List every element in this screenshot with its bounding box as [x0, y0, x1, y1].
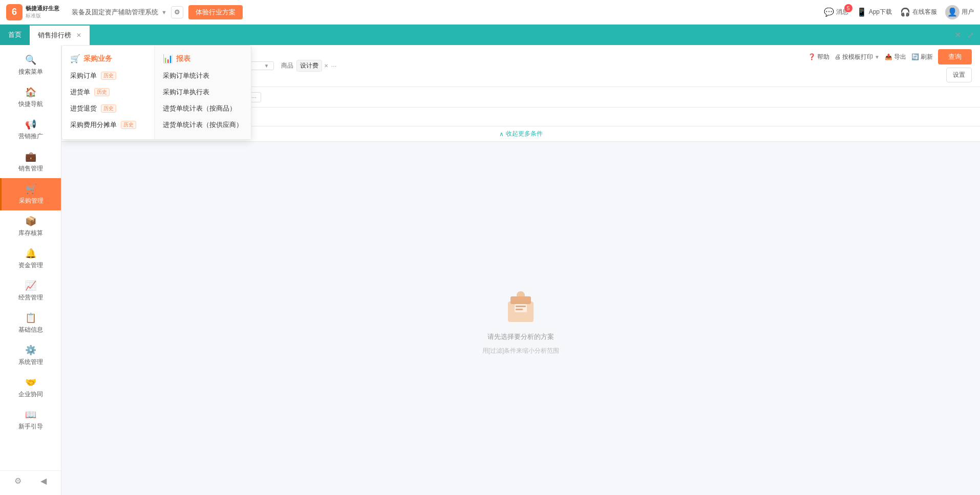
dropdown-purchase-business: 🛒 采购业务 采购订单 历史 进货单 历史 进货退货 历史 采购费用分摊单	[62, 46, 154, 139]
empty-illustration	[495, 286, 546, 327]
dropdown-item-po-summary[interactable]: 采购订单统计表	[155, 68, 251, 84]
logo-text: 畅捷通好生意 标准版	[26, 5, 59, 19]
tab-bar: 首页 销售排行榜 ✕ ✕ ⤢	[0, 25, 980, 45]
history-badge-3: 历史	[121, 121, 136, 129]
basic-icon: 📋	[25, 312, 36, 324]
industry-solution-button[interactable]: 体验行业方案	[188, 5, 243, 19]
collapse-label: 收起更多条件	[506, 130, 543, 138]
message-badge: 5	[844, 4, 853, 12]
content-area: 🛒 采购业务 采购订单 历史 进货单 历史 进货退货 历史 采购费用分摊单	[61, 45, 980, 495]
window-controls: ✕ ⤢	[952, 30, 980, 40]
export-button[interactable]: 📤 导出	[885, 53, 906, 61]
export-icon: 📤	[885, 53, 892, 60]
sidebar-item-guide[interactable]: 📖 新手引导	[0, 404, 61, 436]
logo-icon: 6	[6, 4, 23, 20]
svg-rect-4	[516, 306, 526, 307]
goods-more-dots[interactable]: ···	[331, 62, 337, 70]
empty-state: 请先选择要分析的方案 用[过滤]条件来缩小分析范围	[61, 142, 980, 495]
search-icon: 🔍	[25, 54, 36, 66]
app-download-button[interactable]: 📱 App下载	[857, 7, 892, 17]
goods-label: 商品	[281, 61, 293, 70]
sidebar-collapse-button[interactable]: ◀	[40, 476, 47, 486]
home-icon: 🏠	[25, 87, 36, 98]
purchase-icon: 🛒	[26, 183, 37, 195]
empty-hint1: 请先选择要分析的方案	[487, 332, 554, 341]
dropdown-arrow-icon[interactable]: ▼	[161, 9, 167, 15]
sidebar-item-purchase[interactable]: 🛒 采购管理	[0, 178, 61, 210]
sidebar-settings-button[interactable]: ⚙	[14, 476, 22, 486]
top-header: 6 畅捷通好生意 标准版 装备及固定资产辅助管理系统 ▼ ⚙ 体验行业方案 💬 …	[0, 0, 980, 25]
print-icon: 🖨	[835, 53, 841, 60]
guide-icon: 📖	[25, 409, 36, 420]
headset-icon: 🎧	[900, 7, 910, 17]
close-window-button[interactable]: ✕	[952, 30, 963, 40]
maximize-window-button[interactable]: ⤢	[965, 30, 976, 40]
tab-sales-rank[interactable]: 销售排行榜 ✕	[30, 25, 90, 45]
operations-icon: 📈	[25, 280, 36, 291]
top-actions-row: ❓ 帮助 🖨 按模板打印 ▼ 📤 导出 🔄 刷新	[808, 49, 972, 64]
dropdown-report-header: 📊 报表	[155, 52, 251, 68]
history-badge-1: 历史	[94, 88, 110, 96]
print-button[interactable]: 🖨 按模板打印 ▼	[835, 53, 880, 61]
print-dropdown-icon: ▼	[875, 54, 880, 60]
logo-area: 6 畅捷通好生意 标准版	[6, 4, 68, 20]
sales-icon: 💼	[25, 151, 36, 162]
dropdown-purchase-menu: 🛒 采购业务 采购订单 历史 进货单 历史 进货退货 历史 采购费用分摊单	[61, 45, 251, 140]
avatar: 👤	[945, 5, 960, 19]
query-button[interactable]: 查询	[938, 49, 972, 64]
inventory-icon: 📦	[25, 216, 36, 227]
marketing-icon: 📢	[25, 119, 36, 130]
refresh-icon: 🔄	[911, 53, 919, 60]
dropdown-item-receipt-by-goods[interactable]: 进货单统计表（按商品）	[155, 100, 251, 117]
settings-gear-button[interactable]: ⚙	[171, 6, 183, 18]
header-right: 💬 消息 5 📱 App下载 🎧 在线客服 👤 用户	[824, 5, 974, 19]
dropdown-item-po-exec[interactable]: 采购订单执行表	[155, 84, 251, 100]
message-button[interactable]: 💬 消息 5	[824, 7, 848, 17]
dropdown-purchase-header: 🛒 采购业务	[62, 52, 154, 68]
tab-home[interactable]: 首页	[0, 25, 30, 45]
help-button[interactable]: ❓ 帮助	[808, 53, 829, 61]
sidebar-item-basic[interactable]: 📋 基础信息	[0, 307, 61, 339]
tab-close-icon[interactable]: ✕	[76, 32, 81, 39]
sidebar-item-system[interactable]: ⚙️ 系统管理	[0, 339, 61, 372]
phone-icon: 📱	[857, 7, 867, 17]
main-layout: 🔍 搜索菜单 🏠 快捷导航 📢 营销推广 💼 销售管理 🛒 采购管理 📦 库存核…	[0, 45, 980, 495]
salesperson-dots[interactable]: ···	[251, 94, 257, 101]
sidebar-item-search[interactable]: 🔍 搜索菜单	[0, 49, 61, 81]
svg-rect-5	[516, 309, 523, 310]
system-title: 装备及固定资产辅助管理系统 ▼	[72, 8, 167, 17]
sidebar-item-operations[interactable]: 📈 经营管理	[0, 275, 61, 307]
sidebar-item-quick-nav[interactable]: 🏠 快捷导航	[0, 81, 61, 114]
dropdown-item-receipt-by-supplier[interactable]: 进货单统计表（按供应商）	[155, 117, 251, 133]
purchase-menu-icon: 🛒	[70, 54, 80, 63]
collapse-icon: ∧	[499, 131, 504, 138]
user-menu-button[interactable]: 👤 用户	[945, 5, 974, 19]
refresh-button[interactable]: 🔄 刷新	[911, 53, 933, 61]
online-service-button[interactable]: 🎧 在线客服	[900, 7, 937, 17]
dropdown-item-goods-return[interactable]: 进货退货 历史	[62, 100, 154, 117]
report-menu-icon: 📊	[163, 54, 173, 63]
dropdown-item-goods-receipt[interactable]: 进货单 历史	[62, 84, 154, 100]
system-title-text: 装备及固定资产辅助管理系统	[72, 8, 158, 17]
sidebar: 🔍 搜索菜单 🏠 快捷导航 📢 营销推广 💼 销售管理 🛒 采购管理 📦 库存核…	[0, 45, 61, 495]
svg-point-2	[517, 291, 525, 299]
sidebar-item-finance[interactable]: 🔔 资金管理	[0, 243, 61, 275]
svg-rect-3	[515, 304, 527, 312]
query-actions: ❓ 帮助 🖨 按模板打印 ▼ 📤 导出 🔄 刷新	[808, 49, 972, 82]
sidebar-item-marketing[interactable]: 📢 营销推广	[0, 114, 61, 146]
help-icon: ❓	[808, 53, 816, 60]
system-icon: ⚙️	[25, 345, 36, 356]
setting-button[interactable]: 设置	[946, 68, 972, 82]
goods-filter-area: 设计费 ✕	[296, 60, 328, 72]
empty-hint2: 用[过滤]条件来缩小分析范围	[482, 347, 560, 355]
dropdown-item-purchase-order[interactable]: 采购订单 历史	[62, 68, 154, 84]
dropdown-report: 📊 报表 采购订单统计表 采购订单执行表 进货单统计表（按商品） 进货单统计表（…	[154, 46, 251, 139]
dropdown-item-purchase-expense[interactable]: 采购费用分摊单 历史	[62, 117, 154, 133]
message-icon: 💬	[824, 7, 834, 17]
goods-tag-close[interactable]: ✕	[324, 63, 328, 69]
sidebar-item-sales[interactable]: 💼 销售管理	[0, 146, 61, 178]
sidebar-item-enterprise[interactable]: 🤝 企业协同	[0, 372, 61, 404]
sidebar-item-inventory[interactable]: 📦 库存核算	[0, 210, 61, 243]
sidebar-bottom: ⚙ ◀	[0, 470, 61, 491]
goods-tag: 设计费	[296, 60, 322, 72]
